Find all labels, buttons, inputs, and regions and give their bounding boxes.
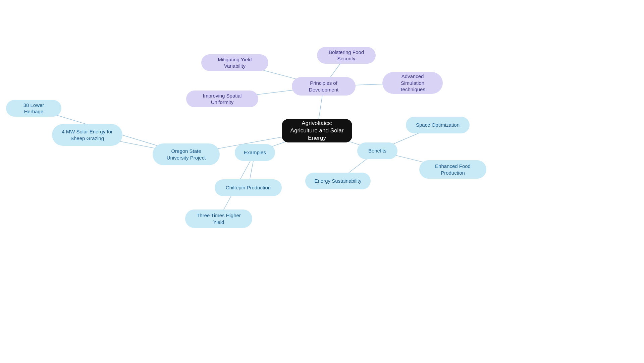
- three-times-node: Three Times Higher Yield: [185, 209, 252, 228]
- improving-node: Improving Spatial Uniformity: [186, 90, 258, 107]
- space-opt-node: Space Optimization: [406, 117, 470, 133]
- enhanced-node: Enhanced Food Production: [419, 160, 486, 179]
- energy-sust-node: Energy Sustainability: [305, 173, 371, 189]
- solar4mw-node: 4 MW Solar Energy for Sheep Grazing: [52, 124, 122, 146]
- principles-node: Principles of Development: [292, 77, 356, 96]
- herbage-node: 38 Lower Herbage: [6, 100, 61, 117]
- benefits-node: Benefits: [357, 142, 397, 159]
- bolstering-node: Bolstering Food Security: [317, 47, 376, 64]
- mitigating-node: Mitigating Yield Variability: [201, 54, 268, 71]
- center-node: Agrivoltaics: Agriculture and Solar Ener…: [282, 119, 352, 142]
- oregon-node: Oregon State University Project: [153, 143, 220, 165]
- chiltepin-node: Chiltepin Production: [215, 179, 282, 196]
- examples-node: Examples: [235, 144, 275, 161]
- advanced-node: Advanced Simulation Techniques: [382, 72, 443, 94]
